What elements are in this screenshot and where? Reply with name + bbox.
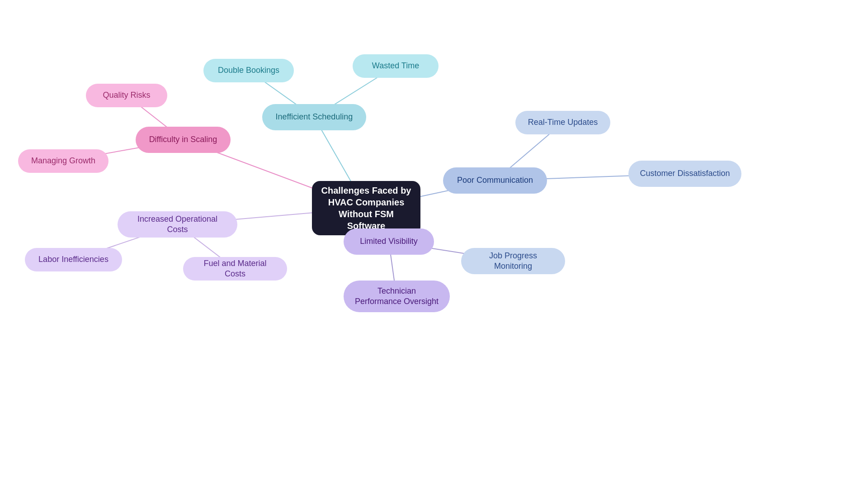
labor-inefficiencies-node: Labor Inefficiencies (25, 248, 122, 271)
double-bookings-node: Double Bookings (203, 59, 294, 82)
customer-dissatisfaction-node: Customer Dissatisfaction (628, 161, 741, 187)
real-time-updates-node: Real-Time Updates (515, 111, 610, 134)
inefficient-scheduling-node: Inefficient Scheduling (262, 104, 366, 130)
quality-risks-node: Quality Risks (86, 84, 167, 107)
technician-performance-node: Technician Performance Oversight (344, 281, 450, 312)
fuel-material-costs-node: Fuel and Material Costs (183, 257, 287, 281)
managing-growth-node: Managing Growth (18, 149, 108, 173)
job-progress-monitoring-node: Job Progress Monitoring (461, 248, 565, 274)
poor-communication-node: Poor Communication (443, 167, 547, 194)
increased-operational-costs-node: Increased Operational Costs (118, 211, 237, 238)
limited-visibility-node: Limited Visibility (344, 228, 434, 255)
center-node: Challenges Faced by HVAC Companies Witho… (312, 181, 420, 235)
difficulty-scaling-node: Difficulty in Scaling (136, 127, 231, 153)
wasted-time-node: Wasted Time (353, 54, 439, 78)
